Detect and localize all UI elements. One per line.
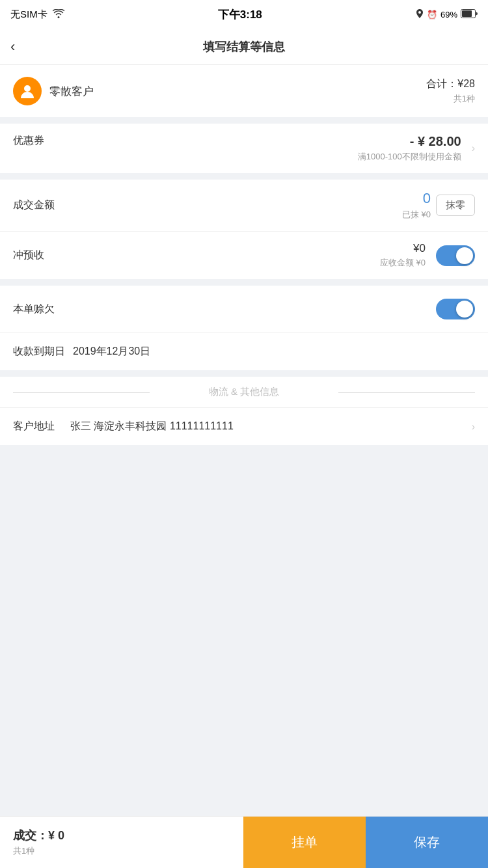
debit-row: 本单赊欠: [0, 286, 488, 332]
debit-toggle[interactable]: [436, 299, 475, 319]
save-button[interactable]: 保存: [366, 817, 488, 869]
coupon-desc: 满1000-100不限制使用金额: [358, 151, 461, 163]
transaction-section: 成交金额 0 已抹 ¥0 抹零 冲预收 ¥0 应收金额 ¥0: [0, 180, 488, 279]
transaction-value[interactable]: 0: [423, 190, 431, 207]
transaction-value-block: 0 已抹 ¥0: [402, 190, 431, 221]
page-title: 填写结算等信息: [203, 39, 285, 55]
svg-rect-1: [462, 10, 472, 17]
customer-row: 零散客户 合计：¥28 共1种: [0, 65, 488, 117]
debit-label: 本单赊欠: [13, 303, 55, 316]
prepayment-amount: ¥0: [380, 242, 426, 255]
due-date-row: 收款到期日 2019年12月30日: [0, 332, 488, 370]
round-zero-button[interactable]: 抹零: [436, 195, 475, 216]
prepayment-toggle[interactable]: [436, 245, 475, 266]
transaction-row: 成交金额 0 已抹 ¥0 抹零: [0, 180, 488, 231]
prepayment-amounts: ¥0 应收金额 ¥0: [380, 242, 426, 269]
customer-left: 零散客户: [13, 77, 94, 105]
address-label: 客户地址: [13, 420, 65, 433]
due-date-value: 2019年12月30日: [73, 345, 150, 359]
transaction-right: 0 已抹 ¥0 抹零: [402, 190, 475, 221]
bottom-transaction-label: 成交：: [13, 829, 48, 842]
logistics-divider: 物流 & 其他信息: [0, 377, 488, 407]
battery-percent: 69%: [441, 10, 457, 20]
coupon-label: 优惠券: [13, 134, 65, 148]
transaction-label: 成交金额: [13, 198, 65, 212]
coupon-value-block: - ¥ 28.00 满1000-100不限制使用金额: [358, 134, 461, 163]
prepayment-right: ¥0 应收金额 ¥0: [380, 242, 475, 269]
customer-avatar: [13, 77, 42, 105]
coupon-right: - ¥ 28.00 满1000-100不限制使用金额 ›: [358, 134, 475, 163]
bottom-count: 共1种: [13, 845, 230, 857]
address-row[interactable]: 客户地址 张三 海淀永丰科技园 11111111111 ›: [0, 407, 488, 445]
status-left: 无SIM卡: [10, 8, 64, 21]
transaction-note: 已抹 ¥0: [402, 209, 431, 221]
debit-toggle-knob: [456, 301, 473, 318]
status-bar: 无SIM卡 下午3:18 ⏰ 69%: [0, 0, 488, 29]
alarm-icon: ⏰: [427, 10, 437, 20]
address-chevron-icon: ›: [472, 421, 475, 433]
wifi-icon: [53, 9, 64, 20]
status-right: ⏰ 69%: [416, 9, 478, 20]
bottom-transaction: 成交：¥ 0: [13, 828, 230, 843]
customer-section: 零散客户 合计：¥28 共1种: [0, 65, 488, 117]
customer-total: 合计：¥28: [426, 77, 475, 91]
address-value: 张三 海淀永丰科技园 11111111111: [70, 420, 467, 433]
due-date-label: 收款到期日: [13, 345, 65, 359]
svg-point-2: [24, 85, 31, 92]
customer-name: 零散客户: [49, 84, 94, 99]
bottom-transaction-value: ¥ 0: [48, 829, 64, 842]
location-icon: [416, 9, 424, 20]
back-button[interactable]: ‹: [10, 38, 15, 55]
coupon-chevron-icon: ›: [472, 142, 475, 154]
customer-total-block: 合计：¥28 共1种: [426, 77, 475, 105]
prepayment-label: 冲预收: [13, 249, 44, 262]
signal-text: 无SIM卡: [10, 8, 47, 21]
coupon-amount: - ¥ 28.00: [410, 134, 461, 149]
logistics-section: 物流 & 其他信息 客户地址 张三 海淀永丰科技园 11111111111 ›: [0, 377, 488, 445]
customer-count: 共1种: [426, 93, 475, 105]
prepayment-row: 冲预收 ¥0 应收金额 ¥0: [0, 231, 488, 279]
coupon-row[interactable]: 优惠券 - ¥ 28.00 满1000-100不限制使用金额 ›: [0, 124, 488, 173]
content: 零散客户 合计：¥28 共1种 优惠券 - ¥ 28.00 满1000-100不…: [0, 65, 488, 517]
bottom-bar: 成交：¥ 0 共1种 挂单 保存: [0, 816, 488, 868]
bottom-left: 成交：¥ 0 共1种: [0, 828, 243, 857]
prepayment-sub: 应收金额 ¥0: [380, 257, 426, 269]
coupon-section: 优惠券 - ¥ 28.00 满1000-100不限制使用金额 ›: [0, 124, 488, 173]
toggle-knob: [456, 247, 473, 264]
status-time: 下午3:18: [218, 7, 262, 22]
nav-bar: ‹ 填写结算等信息: [0, 29, 488, 65]
debit-section: 本单赊欠 收款到期日 2019年12月30日: [0, 286, 488, 370]
hang-single-button[interactable]: 挂单: [243, 817, 366, 869]
battery-icon: [461, 9, 478, 20]
